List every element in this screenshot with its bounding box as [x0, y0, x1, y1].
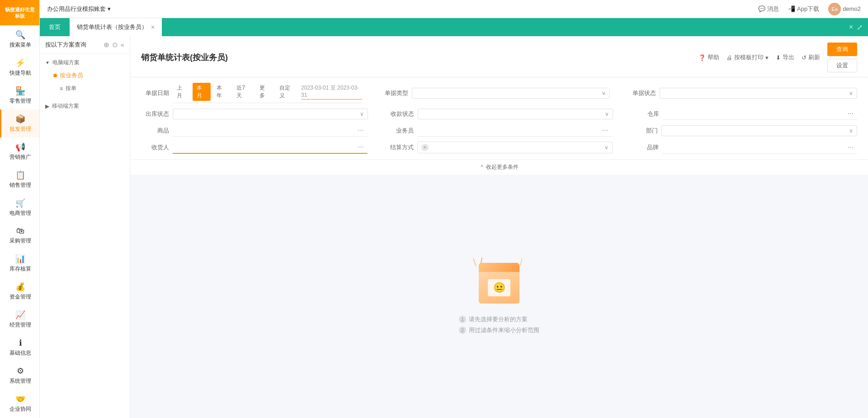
- sidebar-item-inventory[interactable]: 📊 库存核算: [0, 249, 40, 277]
- salesman-dots-icon[interactable]: ···: [602, 126, 608, 134]
- pc-scheme-group-header[interactable]: ▼ 电脑端方案: [40, 57, 130, 69]
- scheme-item-salesman[interactable]: 按业务员: [40, 69, 130, 82]
- top-header: 办公用品行业模拟账套 ▾ 💬 消息 📲 App下载 Ea demo2: [40, 0, 868, 18]
- search-icon: 🔍: [15, 30, 25, 40]
- app-download-button[interactable]: 📲 App下载: [788, 5, 819, 13]
- basic-info-icon: ℹ: [19, 338, 22, 348]
- export-button[interactable]: ⬇ 导出: [776, 53, 794, 62]
- payment-clear-icon[interactable]: ×: [421, 144, 429, 151]
- breadcrumb-chevron-icon: ▾: [108, 5, 111, 12]
- doc-type-chevron-icon[interactable]: ∨: [602, 90, 606, 96]
- sidebar-item-sales[interactable]: 📋 销售管理: [0, 166, 40, 194]
- sidebar: 畅捷通好生意 标版 🔍 搜索菜单 ⚡ 快捷导航 🏪 零售管理 📦 批发管理 📢 …: [0, 0, 40, 418]
- collapse-filter-button[interactable]: ⌃ 收起更多条件: [130, 159, 868, 175]
- page-title: 销货单统计表(按业务员): [141, 52, 228, 63]
- empty-tip-1: 1 请先选择要分析的方案: [459, 315, 539, 323]
- sales-icon: 📋: [15, 170, 25, 180]
- page-title-bar: 销货单统计表(按业务员) ❓ 帮助 🖨 按模板打印 ▾ ⬇ 导出: [130, 36, 868, 77]
- tab-close-icon[interactable]: ×: [151, 24, 155, 31]
- sidebar-item-wholesale[interactable]: 📦 批发管理: [0, 109, 40, 138]
- sidebar-item-label: 电商管理: [9, 209, 31, 217]
- quick-nav-icon: ⚡: [15, 58, 25, 68]
- tab-sales-stat[interactable]: 销货单统计表（按业务员） ×: [70, 18, 162, 36]
- consignee-label: 收货人: [141, 143, 173, 152]
- query-button[interactable]: 查询: [827, 43, 857, 56]
- collapse-panel-icon[interactable]: «: [121, 41, 124, 49]
- ecommerce-icon: 🛒: [15, 198, 25, 208]
- receipt-status-chevron-icon[interactable]: ∨: [605, 111, 609, 117]
- app-logo[interactable]: 畅捷通好生意 标版: [0, 0, 40, 25]
- sidebar-item-operation[interactable]: 📈 经营管理: [0, 305, 40, 333]
- breadcrumb-dropdown[interactable]: 办公用品行业模拟账套 ▾: [47, 5, 111, 13]
- date-tab-this-month[interactable]: 本月: [193, 83, 211, 101]
- receipt-status-label: 收款状态: [386, 110, 418, 118]
- out-status-chevron-icon[interactable]: ∨: [360, 111, 364, 117]
- wholesale-icon: 📦: [15, 114, 25, 124]
- sidebar-item-quick-nav[interactable]: ⚡ 快捷导航: [0, 53, 40, 81]
- tab-bar-actions: × ⤢: [849, 23, 868, 32]
- sidebar-item-label: 基础信息: [9, 349, 31, 357]
- mobile-scheme-group-header[interactable]: ▶ 移动端方案: [40, 100, 130, 112]
- tab-home[interactable]: 首页: [40, 18, 70, 36]
- date-tab-7days[interactable]: 近7天: [232, 83, 253, 101]
- date-tab-custom[interactable]: 自定义: [275, 83, 298, 101]
- consignee-dots-icon[interactable]: ···: [358, 143, 363, 151]
- sidebar-item-purchase[interactable]: 🛍 采购管理: [0, 222, 40, 249]
- sidebar-item-basic-info[interactable]: ℹ 基础信息: [0, 333, 40, 361]
- empty-illustration: 😐: [472, 258, 526, 308]
- filter-row-4: 收货人 ··· 结算方式 × ∨ 品牌 ···: [141, 141, 857, 154]
- payment-chevron-icon[interactable]: ∨: [604, 144, 609, 151]
- add-scheme-icon[interactable]: ⊕: [104, 41, 109, 49]
- sidebar-item-ecommerce[interactable]: 🛒 电商管理: [0, 194, 40, 222]
- user-menu[interactable]: Ea demo2: [828, 3, 861, 15]
- sidebar-item-label: 销售管理: [9, 181, 31, 189]
- box-graphic: 😐: [479, 263, 519, 304]
- date-tab-last-month[interactable]: 上月: [173, 83, 191, 101]
- settings-scheme-icon[interactable]: ⊙: [112, 41, 118, 49]
- scheme-query-label: 按以下方案查询: [45, 41, 86, 49]
- brand-label: 品牌: [631, 143, 662, 152]
- export-label: 导出: [783, 53, 794, 62]
- tab-maximize-icon[interactable]: ⤢: [857, 23, 863, 32]
- active-dot-icon: [53, 74, 57, 77]
- date-tab-more[interactable]: 更多: [255, 83, 274, 101]
- sub-scheme-item-order[interactable]: ≡ 按单: [40, 82, 130, 95]
- help-button[interactable]: ❓ 帮助: [698, 53, 719, 62]
- doc-status-label: 单据状态: [628, 89, 660, 97]
- sidebar-item-label: 快捷导航: [9, 69, 31, 77]
- doc-type-label: 单据类型: [380, 89, 412, 97]
- sidebar-item-label: 营销推广: [9, 153, 31, 161]
- sidebar-item-retail[interactable]: 🏪 零售管理: [0, 81, 40, 109]
- print-icon: 🖨: [726, 54, 732, 61]
- sidebar-item-label: 资金管理: [9, 293, 31, 301]
- sidebar-item-finance[interactable]: 💰 资金管理: [0, 277, 40, 305]
- refresh-button[interactable]: ↺ 刷新: [802, 53, 820, 62]
- purchase-icon: 🛍: [16, 226, 24, 236]
- dept-chevron-icon[interactable]: ∨: [849, 128, 853, 134]
- warehouse-dots-icon[interactable]: ···: [848, 109, 854, 118]
- mobile-scheme-group: ▶ 移动端方案: [40, 97, 130, 115]
- doc-status-chevron-icon[interactable]: ∨: [849, 90, 853, 96]
- settings-button[interactable]: 设置: [827, 59, 857, 72]
- payment-label: 结算方式: [386, 143, 417, 152]
- sidebar-item-collab[interactable]: 🤝 企业协同: [0, 390, 40, 418]
- brand-dots-icon[interactable]: ···: [848, 143, 854, 152]
- filter-area: 单据日期 上月 本月 本年 近7天 更多 自定义 2023-03-01 至 20…: [130, 77, 868, 159]
- tip-1-number: 1: [459, 316, 466, 323]
- sidebar-item-marketing[interactable]: 📢 营销推广: [0, 138, 40, 166]
- print-label: 按模板打印: [734, 53, 764, 62]
- date-tab-this-year[interactable]: 本年: [212, 83, 231, 101]
- left-panel: 按以下方案查询 ⊕ ⊙ « ▼ 电脑端方案 按业务员 ≡ 按单: [40, 36, 130, 418]
- sub-scheme-label: 按单: [66, 85, 76, 92]
- sidebar-item-search[interactable]: 🔍 搜索菜单: [0, 25, 40, 53]
- print-button[interactable]: 🖨 按模板打印 ▾: [726, 53, 769, 62]
- sidebar-item-system[interactable]: ⚙ 系统管理: [0, 361, 40, 390]
- filter-row-2: 出库状态 ∨ 收款状态 ∨ 仓库 ···: [141, 108, 857, 120]
- goods-dots-icon[interactable]: ···: [358, 126, 363, 134]
- app-download-label: App下载: [797, 5, 819, 13]
- tab-close-all-icon[interactable]: ×: [849, 23, 853, 31]
- right-panel: 销货单统计表(按业务员) ❓ 帮助 🖨 按模板打印 ▾ ⬇ 导出: [130, 36, 868, 418]
- message-icon: 💬: [758, 5, 765, 12]
- main-area: 办公用品行业模拟账套 ▾ 💬 消息 📲 App下载 Ea demo2 首页 销货…: [40, 0, 868, 418]
- message-button[interactable]: 💬 消息: [758, 5, 779, 13]
